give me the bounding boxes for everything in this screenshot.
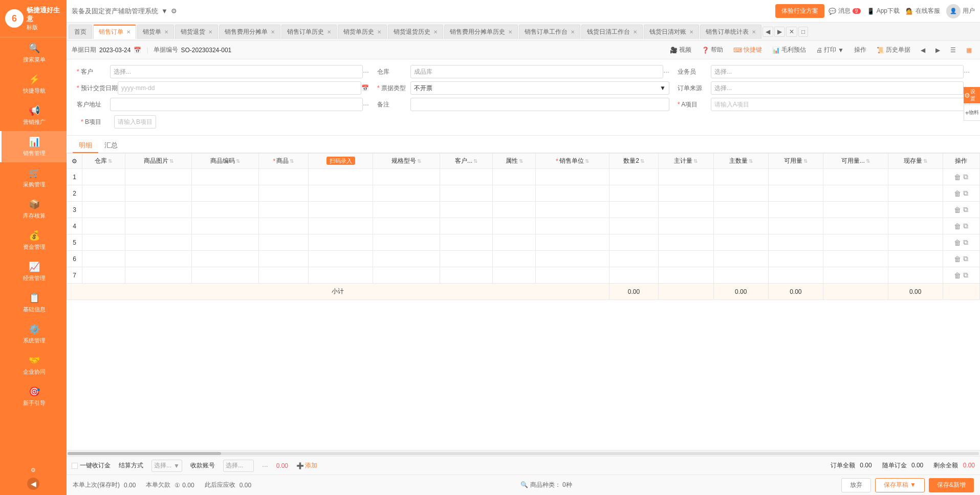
- profit-btn[interactable]: 📊毛利预估: [769, 45, 809, 55]
- cell-2-14[interactable]: [823, 185, 888, 202]
- delete-icon-2[interactable]: 🗑: [954, 189, 961, 198]
- tab-4[interactable]: 销售费用分摊单✕: [219, 25, 280, 39]
- sidebar-item-7[interactable]: 📈经营管理: [0, 256, 67, 287]
- sidebar-item-10[interactable]: 🤝企业协同: [0, 350, 67, 381]
- tab-close-5[interactable]: ✕: [327, 29, 331, 35]
- cell-6-11[interactable]: [659, 251, 713, 267]
- cell-3-3[interactable]: [192, 202, 259, 218]
- tab-close-10[interactable]: ✕: [633, 29, 637, 35]
- cell-7-2[interactable]: [125, 267, 192, 284]
- cell-7-11[interactable]: [659, 267, 713, 284]
- th-10[interactable]: 数量2 ⇅: [609, 154, 659, 169]
- th-7[interactable]: 客户... ⇅: [440, 154, 492, 169]
- cell-3-13[interactable]: [768, 202, 823, 218]
- delete-icon-7[interactable]: 🗑: [954, 271, 961, 279]
- tab-close-2[interactable]: ✕: [164, 29, 168, 35]
- cell-1-3[interactable]: [192, 169, 259, 185]
- th-8[interactable]: 属性 ⇅: [493, 154, 536, 169]
- cell-4-5[interactable]: [308, 218, 373, 234]
- order-source-input[interactable]: 选择...: [711, 81, 964, 95]
- cell-2-8[interactable]: [493, 185, 536, 202]
- cell-6-8[interactable]: [493, 251, 536, 267]
- cell-2-2[interactable]: [125, 185, 192, 202]
- cell-1-5[interactable]: [308, 169, 373, 185]
- cell-7-7[interactable]: [440, 267, 492, 284]
- copy-icon-7[interactable]: ⧉: [963, 271, 968, 279]
- cell-5-5[interactable]: [308, 234, 373, 251]
- cell-4-13[interactable]: [768, 218, 823, 234]
- account-select[interactable]: 选择...: [223, 460, 254, 472]
- copy-icon-4[interactable]: ⧉: [963, 222, 968, 230]
- gear-icon[interactable]: ⚙: [72, 158, 77, 165]
- cell-1-8[interactable]: [493, 169, 536, 185]
- tab-11[interactable]: 钱货日清对账✕: [644, 25, 699, 39]
- cell-2-10[interactable]: [609, 185, 659, 202]
- nav-prev-btn[interactable]: ◀: [918, 46, 928, 55]
- th-15[interactable]: 现存量 ⇅: [888, 154, 943, 169]
- cell-4-2[interactable]: [125, 218, 192, 234]
- copy-icon-6[interactable]: ⧉: [963, 254, 968, 263]
- cell-3-1[interactable]: [82, 202, 125, 218]
- cell-3-2[interactable]: [125, 202, 192, 218]
- delivery-date-input[interactable]: yyyy-mm-dd: [118, 81, 361, 95]
- cell-2-13[interactable]: [768, 185, 823, 202]
- sidebar-item-9[interactable]: ⚙️系统管理: [0, 318, 67, 350]
- memo-input[interactable]: [410, 98, 669, 111]
- cell-4-8[interactable]: [493, 218, 536, 234]
- cell-5-1[interactable]: [82, 234, 125, 251]
- cell-5-8[interactable]: [493, 234, 536, 251]
- cell-3-11[interactable]: [659, 202, 713, 218]
- cell-7-8[interactable]: [493, 267, 536, 284]
- cell-6-4[interactable]: [258, 251, 308, 267]
- cell-6-1[interactable]: [82, 251, 125, 267]
- cell-3-10[interactable]: [609, 202, 659, 218]
- th-11[interactable]: 主计量 ⇅: [659, 154, 713, 169]
- action-btn[interactable]: 操作: [851, 45, 869, 55]
- b-project-input[interactable]: 请输入B项目: [114, 115, 156, 128]
- sub-tab-0[interactable]: 明细: [73, 139, 98, 153]
- cell-7-14[interactable]: [823, 267, 888, 284]
- salesperson-input[interactable]: 选择...: [711, 65, 964, 78]
- tab-nav-3[interactable]: □: [798, 27, 808, 37]
- cell-1-6[interactable]: [373, 169, 440, 185]
- tab-0[interactable]: 首页: [69, 25, 92, 39]
- ticket-type-select[interactable]: 不开票 ▼: [410, 81, 669, 95]
- cell-5-12[interactable]: [713, 234, 768, 251]
- cell-3-8[interactable]: [493, 202, 536, 218]
- cell-1-2[interactable]: [125, 169, 192, 185]
- warehouse-more-btn[interactable]: ···: [663, 68, 669, 76]
- cell-5-4[interactable]: [258, 234, 308, 251]
- cell-2-15[interactable]: [888, 185, 943, 202]
- sidebar-item-1[interactable]: ⚡快捷导航: [0, 69, 67, 100]
- cell-5-2[interactable]: [125, 234, 192, 251]
- history-btn[interactable]: 📜历史单据: [874, 45, 913, 55]
- app-download-btn[interactable]: 📱 App下载: [867, 7, 900, 15]
- cell-2-12[interactable]: [713, 185, 768, 202]
- cell-2-6[interactable]: [373, 185, 440, 202]
- cell-4-9[interactable]: [536, 218, 609, 234]
- cell-4-12[interactable]: [713, 218, 768, 234]
- solution-btn[interactable]: 体验行业方案: [775, 4, 824, 18]
- cell-7-1[interactable]: [82, 267, 125, 284]
- cell-2-7[interactable]: [440, 185, 492, 202]
- cell-4-15[interactable]: [888, 218, 943, 234]
- delete-icon-4[interactable]: 🗑: [954, 222, 961, 230]
- table-scrollbar[interactable]: [67, 450, 980, 456]
- tab-close-11[interactable]: ✕: [689, 29, 693, 35]
- tab-8[interactable]: 销售费用分摊单历史✕: [444, 25, 518, 39]
- cell-6-6[interactable]: [373, 251, 440, 267]
- cell-7-3[interactable]: [192, 267, 259, 284]
- cell-1-7[interactable]: [440, 169, 492, 185]
- th-1[interactable]: 仓库 ⇅: [82, 154, 125, 169]
- add-material-btn[interactable]: +物料: [964, 104, 980, 121]
- cell-3-15[interactable]: [888, 202, 943, 218]
- draft-btn[interactable]: 保存草稿 ▼: [875, 478, 925, 492]
- tab-close-3[interactable]: ✕: [208, 29, 212, 35]
- cell-4-3[interactable]: [192, 218, 259, 234]
- th-6[interactable]: 规格型号 ⇅: [373, 154, 440, 169]
- tab-nav-2[interactable]: ✕: [786, 27, 797, 37]
- copy-icon-3[interactable]: ⧉: [963, 205, 968, 214]
- warehouse-input[interactable]: 成品库: [410, 65, 663, 78]
- cell-3-5[interactable]: [308, 202, 373, 218]
- cell-5-3[interactable]: [192, 234, 259, 251]
